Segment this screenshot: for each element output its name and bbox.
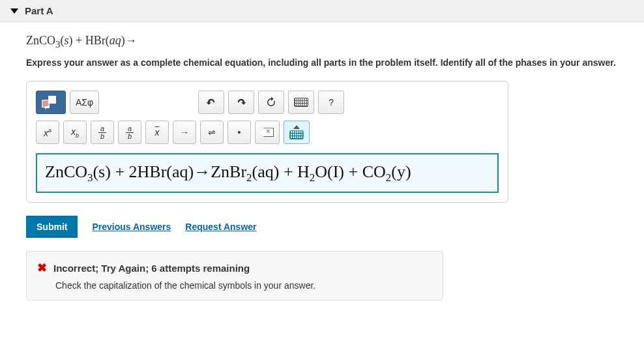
undo-icon xyxy=(205,96,217,108)
greek-label: ΑΣφ xyxy=(76,97,93,108)
caret-down-icon xyxy=(10,8,18,14)
xbar-icon: x xyxy=(155,127,160,138)
chemistry-templates-button[interactable]: ⇄ xyxy=(36,91,66,114)
part-header[interactable]: Part A xyxy=(0,0,644,22)
dot-button[interactable]: • xyxy=(227,121,251,144)
undo-button[interactable] xyxy=(198,91,224,114)
equation-editor: ⇄ ΑΣφ ? xa xyxy=(26,81,508,203)
xbar-button[interactable]: x xyxy=(145,121,169,144)
keyboard-button[interactable] xyxy=(288,91,314,114)
content-area: ZnCO3(s) + HBr(aq)→ Express your answer … xyxy=(0,22,644,313)
keyboard-icon xyxy=(294,98,308,107)
feedback-box: ✖ Incorrect; Try Again; 6 attempts remai… xyxy=(26,251,443,300)
subscript-button[interactable]: xb xyxy=(63,121,87,144)
toolbar-secondary: xa xb ab ab x → ⇌ • xyxy=(36,121,499,144)
fraction-hat-icon: ab xyxy=(126,125,134,140)
reset-icon xyxy=(265,96,277,108)
redo-button[interactable] xyxy=(228,91,254,114)
superscript-button[interactable]: xa xyxy=(36,121,59,144)
feedback-title-row: ✖ Incorrect; Try Again; 6 attempts remai… xyxy=(37,261,432,275)
special-keyboard-icon xyxy=(289,125,304,139)
arrow-button[interactable]: → xyxy=(173,121,196,144)
equation-prompt: ZnCO3(s) + HBr(aq)→ xyxy=(26,34,618,50)
backspace-button[interactable] xyxy=(255,121,280,144)
help-label: ? xyxy=(329,97,334,108)
equilibrium-icon: ⇌ xyxy=(208,127,216,138)
instructions-text: Express your answer as a complete chemic… xyxy=(26,57,618,70)
request-answer-link[interactable]: Request Answer xyxy=(185,222,256,232)
superscript-icon: xa xyxy=(44,127,51,138)
greek-templates-button[interactable]: ΑΣφ xyxy=(70,91,99,114)
backspace-icon xyxy=(261,128,274,137)
dot-icon: • xyxy=(238,127,241,138)
part-title: Part A xyxy=(25,5,53,16)
answer-input[interactable]: ZnCO3(s) + 2HBr(aq)→ZnBr2(aq) + H2O(I) +… xyxy=(36,153,499,193)
action-row: Submit Previous Answers Request Answer xyxy=(26,216,618,238)
incorrect-icon: ✖ xyxy=(37,261,47,275)
fraction-icon: ab xyxy=(98,125,106,140)
previous-answers-link[interactable]: Previous Answers xyxy=(92,222,171,232)
arrow-icon: → xyxy=(180,127,189,138)
toolbar-primary: ⇄ ΑΣφ ? xyxy=(36,91,499,114)
feedback-message: Check the capitalization of the chemical… xyxy=(55,280,432,291)
special-keyboard-button[interactable] xyxy=(284,121,310,144)
feedback-title: Incorrect; Try Again; 6 attempts remaini… xyxy=(53,263,250,274)
subscript-icon: xb xyxy=(71,126,79,139)
redo-icon xyxy=(235,96,247,108)
fraction-button[interactable]: ab xyxy=(91,121,114,144)
equilibrium-button[interactable]: ⇌ xyxy=(200,121,224,144)
chemistry-icon: ⇄ xyxy=(42,96,60,109)
submit-button[interactable]: Submit xyxy=(26,216,78,238)
fraction-hat-button[interactable]: ab xyxy=(118,121,141,144)
reset-button[interactable] xyxy=(258,91,284,114)
help-button[interactable]: ? xyxy=(318,91,344,114)
